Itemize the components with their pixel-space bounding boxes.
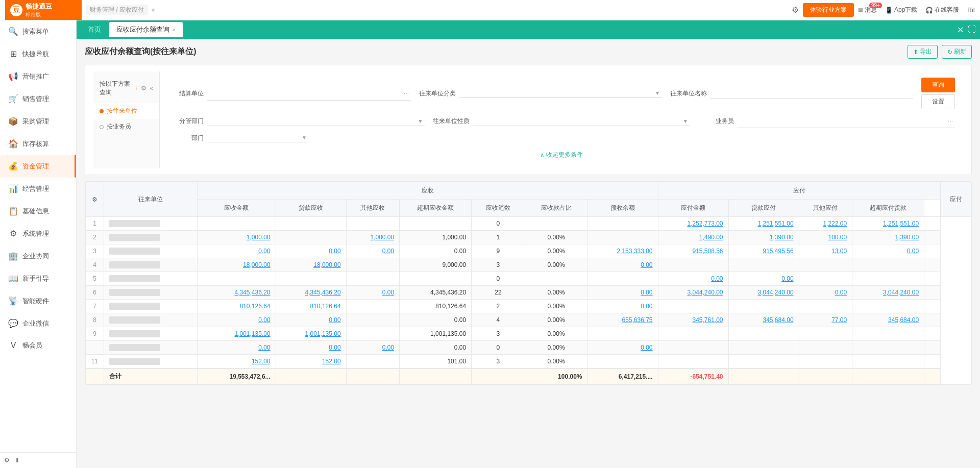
search-back-icon[interactable]: « [150, 85, 153, 92]
cell-receivable-amount[interactable]: 0.00 [198, 341, 276, 355]
search-nav-item-salesperson[interactable]: 按业务员 [93, 119, 159, 135]
cell-loan-receivable[interactable]: 0.00 [276, 341, 346, 355]
th-settings[interactable]: ⚙ [86, 182, 104, 217]
cell-receivable-amount[interactable]: 1,000.00 [198, 231, 276, 244]
input-salesperson[interactable] [739, 116, 946, 126]
collapse-button[interactable]: ∧ 收起更多条件 [168, 147, 955, 162]
settings-button[interactable]: 设置 [921, 94, 955, 109]
cell-loan-payable[interactable]: 915,495.56 [728, 244, 799, 258]
tab-close-all-icon[interactable]: ✕ [957, 25, 964, 35]
cell-overdue-payable[interactable]: 3,044,240.00 [852, 286, 924, 300]
search-settings-icon[interactable]: ⚙ [141, 85, 146, 92]
cell-advance[interactable]: 0.00 [587, 258, 658, 272]
tab-home[interactable]: 首页 [81, 22, 108, 37]
cell-other-receivable[interactable]: 0.00 [346, 341, 400, 355]
tab-receivable[interactable]: 应收应付余额查询 × [109, 22, 183, 37]
export-button[interactable]: ⬆ 导出 [908, 45, 938, 59]
cell-receivable-amount[interactable]: 1,001,135.00 [198, 327, 276, 341]
select-partner-category[interactable]: ▼ [459, 89, 662, 98]
cell-other-receivable[interactable]: 0.00 [346, 286, 400, 300]
messages-button[interactable]: ✉ 消息 99+ [858, 6, 877, 14]
cell-receivable-amount[interactable]: 810,126.64 [198, 300, 276, 313]
cell-advance[interactable]: 0.00 [587, 341, 658, 355]
cell-other-payable[interactable]: 1,222.00 [799, 217, 852, 231]
cell-overdue-payable[interactable]: 345,684.00 [852, 313, 924, 327]
table-settings-icon[interactable]: ⚙ [92, 196, 97, 203]
cell-overdue-payable[interactable]: 1,251,551.00 [852, 217, 924, 231]
cell-other-payable[interactable]: 77.00 [799, 313, 852, 327]
sidebar-label-management: 经营管理 [22, 184, 49, 193]
cell-receivable-amount[interactable]: 152.00 [198, 355, 276, 369]
sidebar-item-guide[interactable]: 📖 新手引导 [0, 267, 76, 290]
online-service-button[interactable]: 🎧 在线客服 [925, 6, 959, 14]
cell-receivable-amount[interactable]: 4,345,436.20 [198, 286, 276, 300]
cell-loan-receivable[interactable]: 0.00 [276, 313, 346, 327]
salesperson-dots-icon[interactable]: ··· [948, 117, 953, 125]
sidebar-item-search[interactable]: 🔍 搜索菜单 [0, 20, 76, 43]
sidebar-item-purchase[interactable]: 📦 采购管理 [0, 110, 76, 133]
input-partner-name[interactable] [710, 88, 913, 99]
footer-loan-payable [728, 368, 799, 384]
cell-payable-amount[interactable]: 915,508.56 [658, 244, 728, 258]
tab-fullscreen-icon[interactable]: ⛶ [968, 25, 976, 35]
sidebar-item-enterprise[interactable]: 🏢 企业协同 [0, 245, 76, 267]
sidebar-item-management[interactable]: 📊 经营管理 [0, 178, 76, 200]
cell-other-receivable[interactable]: 1,000.00 [346, 231, 400, 244]
cell-loan-payable[interactable]: 0.00 [728, 272, 799, 286]
cell-advance[interactable]: 0.00 [587, 286, 658, 300]
sidebar-item-marketing[interactable]: 📢 营销推广 [0, 65, 76, 88]
search-add-icon[interactable]: + [134, 85, 138, 92]
search-nav-item-partner[interactable]: 按往来单位 [93, 103, 159, 119]
cell-advance[interactable]: 2,153,333.00 [587, 244, 658, 258]
sidebar-item-inventory[interactable]: 🏠 库存核算 [0, 133, 76, 155]
query-button[interactable]: 查询 [921, 78, 955, 92]
cell-loan-payable[interactable]: 1,251,551.00 [728, 217, 799, 231]
cell-advance[interactable]: 0.00 [587, 300, 658, 313]
cell-loan-payable[interactable]: 3,044,240.00 [728, 286, 799, 300]
sidebar-item-system[interactable]: ⚙ 系统管理 [0, 223, 76, 245]
settlement-dots-icon[interactable]: ··· [404, 90, 409, 97]
cell-other-payable[interactable]: 13.00 [799, 244, 852, 258]
cell-payable-amount[interactable]: 1,252,773.00 [658, 217, 728, 231]
cell-payable-amount[interactable]: 1,490.00 [658, 231, 728, 244]
cell-loan-payable[interactable]: 1,390.00 [728, 231, 799, 244]
solution-button[interactable]: 体验行业方案 [803, 3, 854, 17]
input-settlement-unit[interactable] [209, 88, 402, 98]
sidebar-collapse-icon[interactable]: ⏸ [14, 457, 20, 464]
cell-payable-amount[interactable]: 0.00 [658, 272, 728, 286]
select-department[interactable]: ▼ [207, 133, 309, 142]
cell-loan-receivable[interactable]: 4,345,436.20 [276, 286, 346, 300]
user-info[interactable]: Rit [967, 7, 975, 14]
sidebar-item-basic[interactable]: 📋 基础信息 [0, 200, 76, 223]
cell-receivable-amount[interactable]: 0.00 [198, 244, 276, 258]
cell-payable-amount[interactable]: 3,044,240.00 [658, 286, 728, 300]
cell-other-payable[interactable]: 0.00 [799, 286, 852, 300]
sidebar-item-hardware[interactable]: 📡 智能硬件 [0, 290, 76, 312]
cell-loan-receivable[interactable]: 152.00 [276, 355, 346, 369]
select-partner-nature[interactable]: ▼ [473, 117, 690, 126]
cell-loan-receivable[interactable]: 18,000.00 [276, 258, 346, 272]
cell-other-receivable[interactable]: 0.00 [346, 244, 400, 258]
cell-overdue-payable[interactable]: 0.00 [852, 244, 924, 258]
cell-overdue-payable[interactable]: 1,390.00 [852, 231, 924, 244]
sidebar-item-wechat[interactable]: 💬 企业微信 [0, 312, 76, 335]
app-download-button[interactable]: 📱 App下载 [885, 6, 917, 14]
cell-loan-receivable[interactable]: 810,126.64 [276, 300, 346, 313]
refresh-button[interactable]: ↻ 刷新 [942, 45, 972, 59]
cell-advance[interactable]: 655,636.75 [587, 313, 658, 327]
cell-receivable-amount[interactable]: 18,000.00 [198, 258, 276, 272]
cell-loan-receivable[interactable]: 1,001,135.00 [276, 327, 346, 341]
cell-other-payable[interactable]: 100.00 [799, 231, 852, 244]
sidebar-item-quicknav[interactable]: ⊞ 快捷导航 [0, 43, 76, 65]
sidebar-settings-icon[interactable]: ⚙ [4, 457, 10, 464]
sidebar-item-sales[interactable]: 🛒 销售管理 [0, 88, 76, 110]
select-management-dept[interactable]: ▼ [207, 117, 425, 126]
sidebar-item-vip[interactable]: V 畅会员 [0, 335, 76, 357]
cell-loan-receivable[interactable]: 0.00 [276, 244, 346, 258]
cell-payable-amount[interactable]: 345,761.00 [658, 313, 728, 327]
sidebar-item-finance[interactable]: 💰 资金管理 [0, 155, 76, 178]
tab-close-icon[interactable]: × [173, 27, 176, 33]
settings-icon[interactable]: ⚙ [792, 5, 799, 15]
cell-receivable-amount[interactable]: 0.00 [198, 313, 276, 327]
cell-loan-payable[interactable]: 345,684.00 [728, 313, 799, 327]
